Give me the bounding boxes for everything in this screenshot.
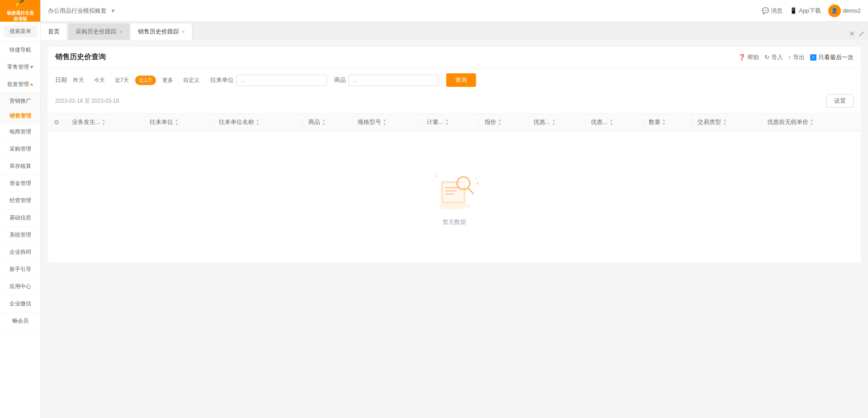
svg-point-10 xyxy=(433,180,435,182)
th-price[interactable]: 报价 ▲▼ xyxy=(479,114,528,131)
svg-point-8 xyxy=(459,179,467,187)
th-quantity[interactable]: 数量 ▲▼ xyxy=(643,114,692,131)
svg-line-7 xyxy=(468,188,473,194)
gear-icon[interactable]: ⚙ xyxy=(54,119,60,126)
th-discount2[interactable]: 优惠... ▲▼ xyxy=(585,114,643,131)
tab-purchase-history[interactable]: 采购历史价跟踪 × xyxy=(68,24,130,40)
wholesale-expand-icon xyxy=(30,83,33,86)
sidebar-item-member[interactable]: 畅会员 xyxy=(0,313,40,330)
message-button[interactable]: 💬 消息 xyxy=(762,7,783,15)
tab-sales-history-close[interactable]: × xyxy=(182,29,184,34)
sidebar-item-cooperation[interactable]: 企业协同 xyxy=(0,244,40,261)
tab-sales-history[interactable]: 销售历史价跟踪 × xyxy=(131,24,192,40)
page-title: 销售历史价查询 xyxy=(55,52,106,62)
table-header-row: ⚙ 业务发生... ▲ ▼ xyxy=(48,114,861,131)
page-card: 销售历史价查询 ❓ 帮助 ↻ 导入 ↑ 导出 ✓ xyxy=(48,47,861,262)
th-spec[interactable]: 规格型号 ▲▼ xyxy=(352,114,421,131)
th-pretax-price[interactable]: 优惠前无税单价 ▲▼ xyxy=(761,114,861,131)
sidebar-item-purchase[interactable]: 采购管理 xyxy=(0,141,40,158)
user-name: demo2 xyxy=(843,7,861,14)
empty-text: 暂元数据 xyxy=(443,218,466,226)
date-filter-group: 日期 昨天 今天 近7天 近1月 更多 自定义 xyxy=(55,76,203,85)
date-btn-yesterday[interactable]: 昨天 xyxy=(70,76,88,85)
app-logo: 🍊 畅捷通好生意 标准版 xyxy=(0,0,40,22)
search-menu-button[interactable]: 搜索菜单 xyxy=(4,25,37,38)
sidebar-item-system[interactable]: 系统管理 xyxy=(0,227,40,244)
sidebar: 🍊 畅捷通好生意 标准版 搜索菜单 快捷导航 零售管理 批发管理 营销推广 销售… xyxy=(0,0,41,418)
sidebar-sub-item-sales[interactable]: 销售管理 xyxy=(0,109,40,124)
th-discount1[interactable]: 优惠... ▲▼ xyxy=(528,114,585,131)
message-label: 消息 xyxy=(771,7,783,15)
filter-row2: 2023-02-18 至 2023-03-18 设置 xyxy=(55,94,854,108)
date-btn-custom[interactable]: 自定义 xyxy=(179,76,203,85)
sidebar-search[interactable]: 搜索菜单 xyxy=(0,22,40,42)
empty-image xyxy=(427,167,481,213)
tab-purchase-history-close[interactable]: × xyxy=(119,29,122,34)
goods-label: 商品 xyxy=(334,76,346,84)
sidebar-item-wholesale[interactable]: 批发管理 xyxy=(0,76,40,93)
export-button[interactable]: ↑ 导出 xyxy=(788,53,805,62)
partner-label: 往来单位 xyxy=(210,76,234,84)
sort-icon-price: ▲▼ xyxy=(498,119,502,126)
sidebar-item-appcenter[interactable]: 应用中心 xyxy=(0,278,40,295)
sidebar-item-shortcuts[interactable]: 快捷导航 xyxy=(0,42,40,59)
sidebar-item-retail[interactable]: 零售管理 xyxy=(0,59,40,76)
date-btn-7days[interactable]: 近7天 xyxy=(111,76,132,85)
export-label: 导出 xyxy=(793,53,805,62)
sort-icon-partner-code: ▲▼ xyxy=(175,119,179,126)
th-biz-date[interactable]: 业务发生... ▲ ▼ xyxy=(66,114,144,131)
goods-input[interactable]: ... xyxy=(349,75,439,86)
app-download-button[interactable]: 📱 App下载 xyxy=(790,7,821,15)
top-header: 办公用品行业模拟账套 ▼ 💬 消息 📱 App下载 👤 demo2 xyxy=(41,0,868,22)
only-last-text: 只看最后一次 xyxy=(818,53,854,62)
tab-home[interactable]: 首页 xyxy=(41,24,67,40)
th-partner-name[interactable]: 往来单位名称 ▲▼ xyxy=(213,114,303,131)
help-icon: ❓ xyxy=(738,54,745,61)
svg-point-12 xyxy=(476,182,479,185)
only-last-label[interactable]: ✓ 只看最后一次 xyxy=(810,53,854,62)
tabs-actions: ✕ ⤢ xyxy=(849,29,868,40)
tabs-maximize-button[interactable]: ⤢ xyxy=(859,29,864,38)
sort-icon-discount1: ▲▼ xyxy=(552,119,556,126)
sidebar-item-wechat[interactable]: 企业微信 xyxy=(0,295,40,313)
partner-input[interactable]: ... xyxy=(236,75,327,86)
partner-input-dots: ... xyxy=(241,77,245,84)
settings-button[interactable]: 设置 xyxy=(826,94,854,108)
only-last-checkbox[interactable]: ✓ xyxy=(810,54,816,61)
th-unit[interactable]: 计量... ▲▼ xyxy=(421,114,479,131)
header-left: 办公用品行业模拟账套 ▼ xyxy=(48,7,116,15)
th-settings[interactable]: ⚙ xyxy=(48,114,66,131)
filter-bar: 日期 昨天 今天 近7天 近1月 更多 自定义 往来单位 ... xyxy=(48,68,861,114)
sidebar-item-finance[interactable]: 资金管理 xyxy=(0,175,40,192)
partner-filter-group: 往来单位 ... xyxy=(210,75,327,86)
date-label: 日期 xyxy=(55,76,67,84)
th-trade-type[interactable]: 交易类型 ▲▼ xyxy=(692,114,761,131)
help-button[interactable]: ❓ 帮助 xyxy=(738,53,759,62)
page-actions: ❓ 帮助 ↻ 导入 ↑ 导出 ✓ 只看最后一次 xyxy=(738,53,854,62)
sidebar-item-basics[interactable]: 基础信息 xyxy=(0,209,40,227)
tabs-bar: 首页 采购历史价跟踪 × 销售历史价跟踪 × ✕ ⤢ xyxy=(41,22,868,40)
date-btn-more[interactable]: 更多 xyxy=(159,76,177,85)
th-goods[interactable]: 商品 ▲▼ xyxy=(303,114,352,131)
sidebar-item-ecommerce[interactable]: 电商管理 xyxy=(0,124,40,141)
th-partner-code[interactable]: 往来单位 ▲▼ xyxy=(144,114,213,131)
date-btn-today[interactable]: 今天 xyxy=(90,76,108,85)
logo-text: 畅捷通好生意 xyxy=(7,10,34,16)
sort-icon-goods: ▲▼ xyxy=(322,119,326,126)
header-dropdown-icon[interactable]: ▼ xyxy=(110,8,116,14)
sidebar-item-operations[interactable]: 经营管理 xyxy=(0,192,40,209)
tabs-close-all-button[interactable]: ✕ xyxy=(849,29,855,38)
date-btn-1month[interactable]: 近1月 xyxy=(135,76,156,85)
import-button[interactable]: ↻ 导入 xyxy=(764,53,783,62)
goods-input-dots: ... xyxy=(353,77,357,84)
main-area: 办公用品行业模拟账套 ▼ 💬 消息 📱 App下载 👤 demo2 首页 xyxy=(41,0,868,418)
goods-filter-group: 商品 ... xyxy=(334,75,439,86)
user-profile[interactable]: 👤 demo2 xyxy=(828,5,861,17)
message-icon: 💬 xyxy=(762,7,769,14)
sidebar-sub-item-marketing[interactable]: 营销推广 xyxy=(0,94,40,109)
sidebar-item-guide[interactable]: 新手引导 xyxy=(0,261,40,278)
search-button[interactable]: 查询 xyxy=(446,73,476,87)
date-range-display: 2023-02-18 至 2023-03-18 xyxy=(55,97,119,105)
th-sort-biz-date[interactable]: 业务发生... ▲ ▼ xyxy=(72,118,138,126)
sidebar-item-inventory[interactable]: 库存核算 xyxy=(0,158,40,175)
